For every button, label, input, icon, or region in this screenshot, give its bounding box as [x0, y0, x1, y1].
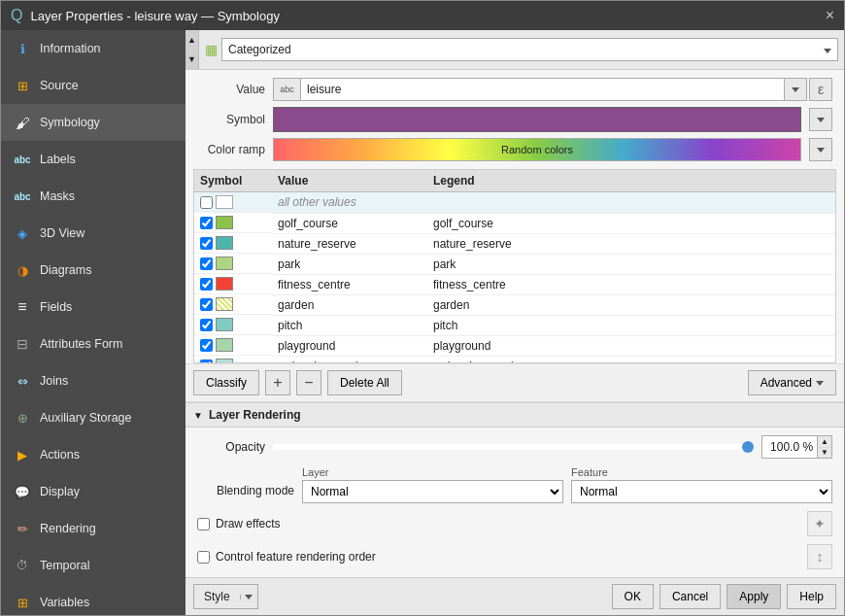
draw-effects-checkbox[interactable]	[197, 518, 210, 530]
layer-rendering-header[interactable]: ▼ Layer Rendering	[186, 402, 844, 428]
sidebar-item-masks[interactable]: abc Masks	[1, 178, 186, 215]
sidebar-item-actions[interactable]: ▶ Actions	[1, 436, 186, 473]
value-row: Value abc leisure ε	[197, 78, 832, 101]
table-row[interactable]: park park	[194, 254, 835, 274]
sidebar-label-diagrams: Diagrams	[40, 263, 92, 277]
apply-button[interactable]: Apply	[727, 584, 781, 609]
table-row[interactable]: all other values	[194, 192, 835, 214]
row-checkbox[interactable]	[200, 298, 213, 311]
row-checkbox[interactable]	[200, 319, 213, 331]
draw-effects-label: Draw effects	[216, 517, 280, 530]
color-ramp-dropdown-btn[interactable]	[809, 138, 832, 161]
sidebar-item-labels[interactable]: abc Labels	[1, 141, 186, 178]
sidebar-item-3dview[interactable]: ◈ 3D View	[1, 215, 186, 252]
sidebar-item-information[interactable]: ℹ Information	[1, 30, 186, 67]
blending-layer-group: Layer Normal	[302, 466, 563, 503]
opacity-decrement-btn[interactable]: ▼	[818, 448, 831, 459]
cell-legend: garden	[427, 294, 835, 315]
rendering-icon: ✏	[13, 519, 32, 538]
col-header-legend: Legend	[427, 170, 835, 192]
control-rendering-settings-btn[interactable]: ↕	[807, 544, 832, 569]
bottom-bar-actions: OK Cancel Apply Help	[612, 584, 836, 609]
classify-button[interactable]: Classify	[193, 370, 259, 395]
blending-groups: Layer Normal Feature Normal	[302, 466, 832, 503]
sidebar-item-diagrams[interactable]: ◑ Diagrams	[1, 252, 186, 289]
table-row[interactable]: playground playground	[194, 335, 835, 356]
color-ramp-row: Color ramp Random colors	[197, 138, 832, 161]
symbol-bar[interactable]	[273, 107, 801, 132]
row-checkbox[interactable]	[200, 278, 213, 291]
draw-effects-settings-btn[interactable]: ✦	[807, 511, 832, 536]
sidebar-item-auxiliary-storage[interactable]: ⊕ Auxiliary Storage	[1, 399, 186, 436]
row-checkbox[interactable]	[200, 196, 213, 209]
cell-value: all other values	[272, 192, 427, 214]
value-label: Value	[197, 83, 265, 96]
ok-button[interactable]: OK	[612, 584, 654, 609]
masks-icon: abc	[13, 187, 32, 206]
category-buttons-row: Classify + − Delete All Advanced	[186, 363, 844, 402]
add-category-button[interactable]: +	[265, 370, 290, 395]
scroll-nav: ▲ ▼	[186, 30, 199, 69]
cell-symbol	[194, 335, 272, 356]
cell-symbol	[194, 294, 272, 315]
value-input-group: abc leisure ε	[273, 78, 832, 101]
sidebar-item-rendering[interactable]: ✏ Rendering	[1, 510, 186, 547]
row-checkbox[interactable]	[200, 339, 213, 352]
renderer-select[interactable]: Categorized	[221, 38, 838, 61]
categories-table: Symbol Value Legend	[193, 169, 836, 363]
table-row[interactable]: swimming_pool swimming_pool	[194, 356, 835, 363]
window-icon: Q	[11, 7, 22, 24]
blending-feature-group: Feature Normal	[571, 466, 832, 503]
layer-rendering-content: Opacity 100.0 % ▲ ▼ Blending mode	[186, 428, 844, 577]
delete-all-button[interactable]: Delete All	[327, 370, 402, 395]
cell-value: fitness_centre	[272, 274, 427, 294]
auxiliary-storage-icon: ⊕	[13, 408, 32, 428]
opacity-increment-btn[interactable]: ▲	[818, 436, 831, 448]
row-checkbox[interactable]	[200, 217, 213, 229]
blending-feature-select[interactable]: Normal	[571, 480, 832, 503]
advanced-label: Advanced	[760, 376, 812, 390]
table-row[interactable]: garden garden	[194, 294, 835, 315]
sidebar-item-temporal[interactable]: ⏱ Temporal	[1, 547, 186, 584]
table-row[interactable]: fitness_centre fitness_centre	[194, 274, 835, 294]
cancel-button[interactable]: Cancel	[659, 584, 721, 609]
blending-layer-select[interactable]: Normal	[302, 480, 563, 503]
close-button[interactable]: ×	[826, 7, 834, 24]
value-input[interactable]: leisure	[300, 78, 784, 101]
style-arrow-btn[interactable]	[240, 595, 257, 599]
bottom-bar: Style OK Cancel Apply Help	[186, 577, 844, 615]
sidebar-item-variables[interactable]: ⊞ Variables	[1, 584, 186, 615]
row-checkbox[interactable]	[200, 237, 213, 250]
scroll-up-btn[interactable]: ▲	[186, 30, 198, 50]
sidebar-item-joins[interactable]: ⇔ Joins	[1, 362, 186, 399]
table-row[interactable]: golf_course golf_course	[194, 213, 835, 233]
blending-layer-label: Layer	[302, 466, 563, 478]
value-expression-btn[interactable]: ε	[809, 78, 832, 101]
value-dropdown-btn[interactable]	[784, 78, 807, 101]
help-button[interactable]: Help	[787, 584, 836, 609]
sidebar-item-attributes-form[interactable]: ⊟ Attributes Form	[1, 325, 186, 362]
sidebar-item-display[interactable]: 💬 Display	[1, 473, 186, 510]
color-ramp-bar[interactable]: Random colors	[273, 138, 801, 161]
opacity-value-group: 100.0 % ▲ ▼	[761, 435, 832, 459]
advanced-button[interactable]: Advanced	[748, 370, 836, 395]
table-row[interactable]: pitch pitch	[194, 315, 835, 335]
style-main-btn[interactable]: Style	[194, 590, 240, 603]
sidebar-item-fields[interactable]: ≡ Fields	[1, 289, 186, 325]
source-icon: ⊞	[13, 76, 32, 95]
col-header-value: Value	[272, 170, 427, 192]
control-rendering-checkbox[interactable]	[197, 551, 210, 564]
main-content: ▲ ▼ ▦ Categorized Value abc	[186, 30, 844, 615]
row-checkbox[interactable]	[200, 257, 213, 270]
sidebar-item-source[interactable]: ⊞ Source	[1, 67, 186, 104]
scroll-down-btn[interactable]: ▼	[186, 50, 198, 69]
sidebar-item-symbology[interactable]: 🖌 Symbology	[1, 104, 186, 141]
symbology-icon: 🖌	[13, 113, 32, 132]
control-rendering-label: Control feature rendering order	[216, 550, 376, 564]
opacity-slider[interactable]	[273, 444, 754, 450]
sidebar-label-display: Display	[40, 485, 80, 498]
table-row[interactable]: nature_reserve nature_reserve	[194, 233, 835, 254]
symbol-dropdown-btn[interactable]	[809, 108, 832, 131]
blending-row: Blending mode Layer Normal Feature Norma…	[197, 466, 832, 503]
remove-category-button[interactable]: −	[296, 370, 321, 395]
